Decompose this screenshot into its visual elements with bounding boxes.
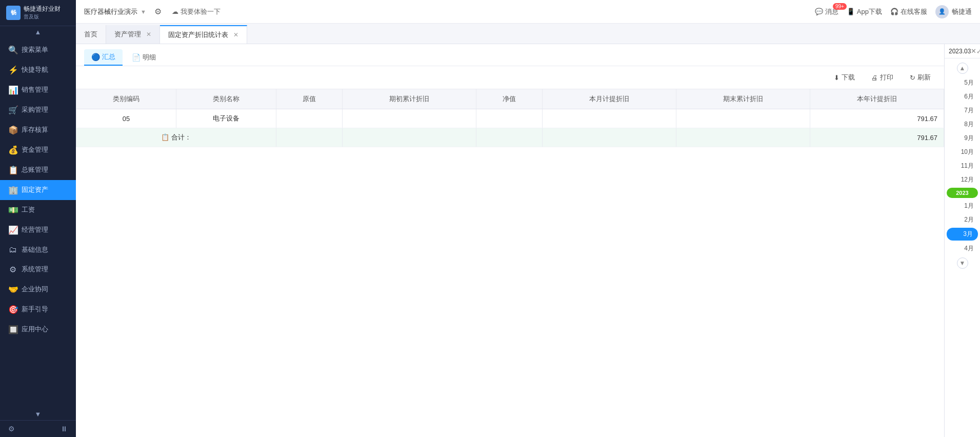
col-code: 类别编码 <box>76 89 176 109</box>
print-button[interactable]: 🖨 打印 <box>866 70 898 85</box>
message-icon: 💬 <box>815 8 823 15</box>
sidebar-item-label: 销售管理 <box>22 85 48 94</box>
tab-固定资产折旧统计表[interactable]: 固定资产折旧统计表✕ <box>160 25 247 44</box>
sidebar-scroll-down[interactable]: ▼ <box>0 408 76 420</box>
tab-label: 首页 <box>84 30 97 39</box>
table-header-row: 类别编码 类别名称 原值 期初累计折旧 净值 本月计提折旧 期末累计折旧 本年计… <box>76 89 944 109</box>
tab-首页[interactable]: 首页 <box>76 25 106 44</box>
date-panel-header: 2023.03 ✕ ⤢ <box>945 44 980 58</box>
download-button[interactable]: ⬇ 下载 <box>829 70 860 85</box>
logo-version: 普及版 <box>24 13 61 21</box>
app-download-button[interactable]: 📱 App下载 <box>847 7 882 16</box>
nav-icon: 📈 <box>8 225 17 235</box>
date-month-item[interactable]: 5月 <box>945 76 980 90</box>
date-panel-prev-nav[interactable]: ▲ <box>945 61 980 76</box>
content-area: 🔵汇总📄明细 ⬇ 下载 🖨 打印 ↻ 刷新 <box>76 44 980 437</box>
date-month-item[interactable]: 4月 <box>945 242 980 255</box>
tab-close-icon[interactable]: ✕ <box>233 31 238 38</box>
date-month-item[interactable]: 10月 <box>945 145 980 159</box>
sidebar-scroll-up[interactable]: ▲ <box>0 26 76 38</box>
refresh-button[interactable]: ↻ 刷新 <box>905 70 936 85</box>
table-toolbar: ⬇ 下载 🖨 打印 ↻ 刷新 <box>76 66 944 89</box>
nav-icon: 📋 <box>8 165 17 175</box>
date-year-2023-label[interactable]: 2023 <box>947 188 978 198</box>
summary-initial-dep <box>343 128 476 147</box>
col-annual-dep: 本年计提折旧 <box>810 89 944 109</box>
online-service-button[interactable]: 🎧 在线客服 <box>890 7 927 16</box>
date-panel: 2023.03 ✕ ⤢ ▲5月6月7月8月9月10月11月12月20231月2月… <box>944 44 980 437</box>
sub-tab-label: 明细 <box>143 53 156 62</box>
date-panel-close-button[interactable]: ✕ <box>971 47 976 55</box>
date-panel-expand-button[interactable]: ⤢ <box>976 47 980 55</box>
sidebar-item-label: 新手引导 <box>22 305 48 314</box>
sidebar-item-资金管理[interactable]: 💰资金管理 <box>0 140 76 160</box>
sidebar-item-label: 快捷导航 <box>22 65 48 74</box>
date-month-item[interactable]: 2月 <box>945 213 980 227</box>
sidebar-item-系统管理[interactable]: ⚙系统管理 <box>0 260 76 280</box>
user-menu[interactable]: 👤 畅捷通 <box>935 5 972 18</box>
sidebar-item-label: 固定资产 <box>22 185 48 194</box>
nav-icon: 🎯 <box>8 305 17 314</box>
date-month-item[interactable]: 6月 <box>945 90 980 104</box>
date-month-item[interactable]: 3月 <box>947 228 978 241</box>
date-nav-up-icon[interactable]: ▲ <box>957 63 968 74</box>
sidebar-item-采购管理[interactable]: 🛒采购管理 <box>0 100 76 120</box>
sidebar-item-新手引导[interactable]: 🎯新手引导 <box>0 300 76 320</box>
col-period-dep: 期末累计折旧 <box>676 89 810 109</box>
topbar-gear-icon[interactable]: ⚙ <box>154 7 162 16</box>
message-button[interactable]: 💬 消息 99+ <box>815 7 838 16</box>
sidebar-nav: 🔍搜索菜单⚡快捷导航📊销售管理🛒采购管理📦库存核算💰资金管理📋总账管理🏢固定资产… <box>0 38 76 408</box>
table-wrap: 类别编码 类别名称 原值 期初累计折旧 净值 本月计提折旧 期末累计折旧 本年计… <box>76 89 944 437</box>
page-content: 🔵汇总📄明细 ⬇ 下载 🖨 打印 ↻ 刷新 <box>76 44 944 437</box>
sidebar: 畅 畅捷通好业财 普及版 ▲ 🔍搜索菜单⚡快捷导航📊销售管理🛒采购管理📦库存核算… <box>0 0 76 437</box>
sidebar-collapse-button[interactable]: ⏸ <box>61 425 68 433</box>
date-month-item[interactable]: 9月 <box>945 131 980 145</box>
company-selector[interactable]: 医疗器械行业演示 ▼ <box>84 7 146 16</box>
sidebar-item-快捷导航[interactable]: ⚡快捷导航 <box>0 60 76 80</box>
cell-monthly-dep <box>543 109 676 128</box>
nav-icon: ⚡ <box>8 65 17 75</box>
print-icon: 🖨 <box>871 74 878 82</box>
sub-tab-明细[interactable]: 📄明细 <box>125 50 163 65</box>
date-nav-down-icon[interactable]: ▼ <box>957 257 968 269</box>
sidebar-item-销售管理[interactable]: 📊销售管理 <box>0 80 76 100</box>
nav-icon: 🤝 <box>8 285 17 294</box>
experience-button[interactable]: ☁ 我要体验一下 <box>172 7 221 16</box>
date-month-item[interactable]: 8月 <box>945 117 980 131</box>
date-month-item[interactable]: 1月 <box>945 199 980 213</box>
sidebar-item-label: 总账管理 <box>22 165 48 174</box>
sidebar-item-企业协同[interactable]: 🤝企业协同 <box>0 280 76 300</box>
date-month-item[interactable]: 7月 <box>945 104 980 117</box>
sidebar-item-label: 基础信息 <box>22 245 48 254</box>
date-month-item[interactable]: 12月 <box>945 173 980 187</box>
date-month-item[interactable]: 11月 <box>945 159 980 173</box>
settings-icon[interactable]: ⚙ <box>8 425 15 433</box>
nav-icon: 💰 <box>8 145 17 155</box>
sidebar-item-搜索菜单[interactable]: 🔍搜索菜单 <box>0 40 76 60</box>
sidebar-item-经营管理[interactable]: 📈经营管理 <box>0 220 76 240</box>
tabs-bar: 首页资产管理✕固定资产折旧统计表✕ <box>76 24 980 44</box>
summary-annual-dep: 791.67 <box>810 128 944 147</box>
sidebar-item-固定资产[interactable]: 🏢固定资产 <box>0 180 76 200</box>
sidebar-item-工资[interactable]: 💵工资 <box>0 200 76 220</box>
cloud-icon: ☁ <box>172 8 178 15</box>
sub-tab-icon: 📄 <box>132 53 141 62</box>
tab-资产管理[interactable]: 资产管理✕ <box>106 25 160 44</box>
nav-icon: 🔍 <box>8 45 17 55</box>
sidebar-item-应用中心[interactable]: 🔲应用中心 <box>0 320 76 340</box>
sub-tab-汇总[interactable]: 🔵汇总 <box>84 49 123 66</box>
company-dropdown-arrow: ▼ <box>141 9 146 15</box>
headset-icon: 🎧 <box>890 8 898 15</box>
sidebar-item-基础信息[interactable]: 🗂基础信息 <box>0 240 76 260</box>
sidebar-item-库存核算[interactable]: 📦库存核算 <box>0 120 76 140</box>
sidebar-item-总账管理[interactable]: 📋总账管理 <box>0 160 76 180</box>
experience-label: 我要体验一下 <box>181 7 221 16</box>
sub-tab-label: 汇总 <box>102 52 115 62</box>
nav-icon: 📊 <box>8 85 17 95</box>
tab-close-icon[interactable]: ✕ <box>146 31 151 38</box>
nav-icon: 🏢 <box>8 185 17 195</box>
sidebar-item-label: 系统管理 <box>22 265 48 274</box>
sidebar-item-label: 经营管理 <box>22 225 48 234</box>
cell-original <box>276 109 343 128</box>
date-panel-next-nav[interactable]: ▼ <box>945 255 980 271</box>
